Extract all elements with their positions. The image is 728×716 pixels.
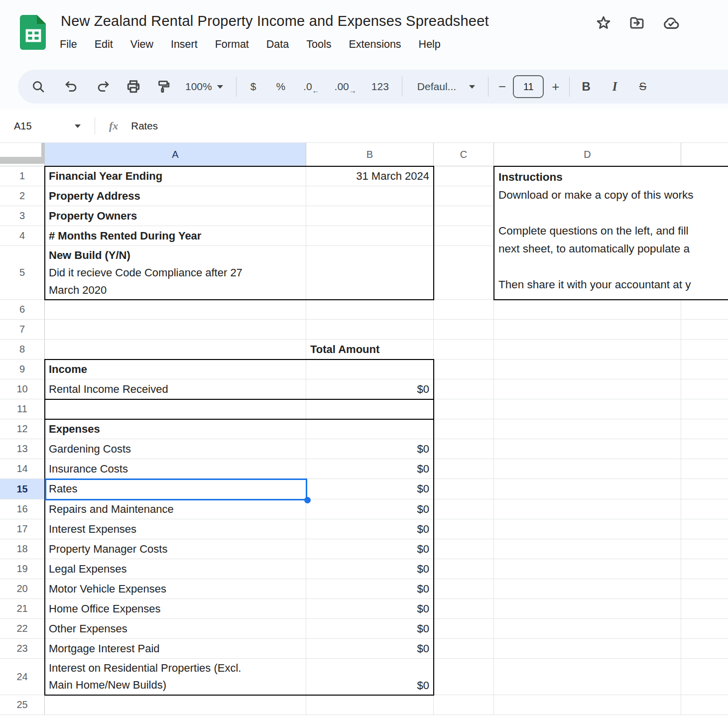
cell-A9[interactable]: Income — [45, 359, 306, 379]
cell-A18[interactable]: Property Manager Costs — [45, 539, 306, 559]
cell-C18[interactable] — [434, 539, 494, 559]
cell-B2[interactable] — [306, 186, 434, 206]
menu-view[interactable]: View — [130, 38, 153, 51]
cell-D19[interactable] — [494, 559, 681, 579]
row-header-1[interactable]: 1 — [0, 166, 45, 186]
cell-E15[interactable] — [681, 479, 728, 499]
decrease-decimal-button[interactable]: .0← — [303, 81, 320, 93]
cell-E14[interactable] — [681, 459, 728, 479]
row-header-5[interactable]: 5 — [0, 246, 45, 300]
cloud-saved-icon[interactable] — [662, 15, 680, 31]
cell-C9[interactable] — [434, 359, 494, 379]
cell-B23[interactable]: $0 — [306, 639, 434, 659]
cell-E22[interactable] — [681, 619, 728, 639]
row-header-16[interactable]: 16 — [0, 499, 45, 519]
cell-A10[interactable]: Rental Income Received — [45, 379, 306, 399]
cell-A24[interactable]: Interest on Residential Properties (Excl… — [45, 659, 306, 695]
row-header-25[interactable]: 25 — [0, 695, 45, 715]
row-header-13[interactable]: 13 — [0, 439, 45, 459]
row-header-12[interactable]: 12 — [0, 419, 45, 439]
increase-decimal-button[interactable]: .00→ — [335, 81, 357, 93]
cell-E7[interactable] — [681, 320, 728, 340]
cell-D8[interactable] — [494, 340, 681, 359]
menu-help[interactable]: Help — [419, 38, 441, 51]
fill-handle[interactable] — [304, 497, 311, 503]
menu-file[interactable]: File — [60, 38, 77, 51]
cell-A1[interactable]: Financial Year Ending — [45, 166, 306, 186]
menu-tools[interactable]: Tools — [306, 38, 331, 51]
name-box-chevron-icon[interactable] — [75, 124, 81, 128]
row-header-2[interactable]: 2 — [0, 186, 45, 206]
cell-B25[interactable] — [306, 695, 434, 715]
cell-E16[interactable] — [681, 499, 728, 519]
cell-D4[interactable] — [494, 226, 681, 246]
cell-D21[interactable] — [494, 599, 681, 619]
cell-B15[interactable]: $0 — [306, 479, 434, 499]
increase-font-size-button[interactable]: + — [552, 79, 559, 95]
cell-E23[interactable] — [681, 639, 728, 659]
cell-E25[interactable] — [681, 695, 728, 715]
cell-B3[interactable] — [306, 206, 434, 226]
cell-D18[interactable] — [494, 539, 681, 559]
cell-C23[interactable] — [434, 639, 494, 659]
cell-A4[interactable]: # Months Rented During Year — [45, 226, 306, 246]
row-header-19[interactable]: 19 — [0, 559, 45, 579]
cell-E3[interactable] — [681, 206, 728, 226]
cell-D15[interactable] — [494, 479, 681, 499]
cell-C22[interactable] — [434, 619, 494, 639]
row-header-11[interactable]: 11 — [0, 399, 45, 419]
cell-C4[interactable] — [434, 226, 494, 246]
row-header-17[interactable]: 17 — [0, 519, 45, 539]
cell-A23[interactable]: Mortgage Interest Paid — [45, 639, 306, 659]
cell-E20[interactable] — [681, 579, 728, 599]
more-formats-button[interactable]: 123 — [371, 81, 389, 93]
cell-C21[interactable] — [434, 599, 494, 619]
row-header-14[interactable]: 14 — [0, 459, 45, 479]
cell-D22[interactable] — [494, 619, 681, 639]
cell-E21[interactable] — [681, 599, 728, 619]
cell-E4[interactable] — [681, 226, 728, 246]
column-header-C[interactable]: C — [434, 143, 494, 166]
cell-C14[interactable] — [434, 459, 494, 479]
star-icon[interactable] — [596, 15, 611, 31]
cell-C1[interactable] — [434, 166, 494, 186]
menu-insert[interactable]: Insert — [171, 38, 198, 51]
cell-D9[interactable] — [494, 359, 681, 379]
column-header-D[interactable]: D — [494, 143, 681, 166]
cell-D2[interactable] — [494, 186, 681, 206]
menu-format[interactable]: Format — [215, 38, 249, 51]
cell-D3[interactable] — [494, 206, 681, 226]
cell-A17[interactable]: Interest Expenses — [45, 519, 306, 539]
cell-D1[interactable] — [494, 166, 681, 186]
cell-D11[interactable] — [494, 399, 681, 419]
menu-extensions[interactable]: Extensions — [349, 38, 401, 51]
cell-B12[interactable] — [306, 419, 434, 439]
row-header-21[interactable]: 21 — [0, 599, 45, 619]
cell-E18[interactable] — [681, 539, 728, 559]
cell-E10[interactable] — [681, 379, 728, 399]
cell-B19[interactable]: $0 — [306, 559, 434, 579]
name-box[interactable]: A15 — [0, 120, 85, 132]
cell-C2[interactable] — [434, 186, 494, 206]
cell-D14[interactable] — [494, 459, 681, 479]
cell-A16[interactable]: Repairs and Maintenance — [45, 499, 306, 519]
cell-D24[interactable] — [494, 659, 681, 695]
cell-C5[interactable] — [434, 246, 494, 300]
row-header-9[interactable]: 9 — [0, 359, 45, 379]
cell-E24[interactable] — [681, 659, 728, 695]
cell-C12[interactable] — [434, 419, 494, 439]
undo-icon[interactable] — [64, 79, 79, 94]
cell-E2[interactable] — [681, 186, 728, 206]
cell-E19[interactable] — [681, 559, 728, 579]
move-folder-icon[interactable] — [628, 15, 645, 31]
cell-A20[interactable]: Motor Vehicle Expenses — [45, 579, 306, 599]
italic-button[interactable]: I — [612, 80, 617, 94]
bold-button[interactable]: B — [582, 80, 590, 94]
decrease-font-size-button[interactable]: − — [498, 79, 506, 95]
row-header-24[interactable]: 24 — [0, 659, 45, 695]
zoom-select[interactable]: 100% — [185, 81, 223, 93]
cell-A15-selected[interactable]: Rates — [45, 479, 306, 499]
print-icon[interactable] — [125, 79, 141, 95]
cell-E8[interactable] — [681, 340, 728, 359]
cell-A6[interactable] — [45, 300, 306, 320]
